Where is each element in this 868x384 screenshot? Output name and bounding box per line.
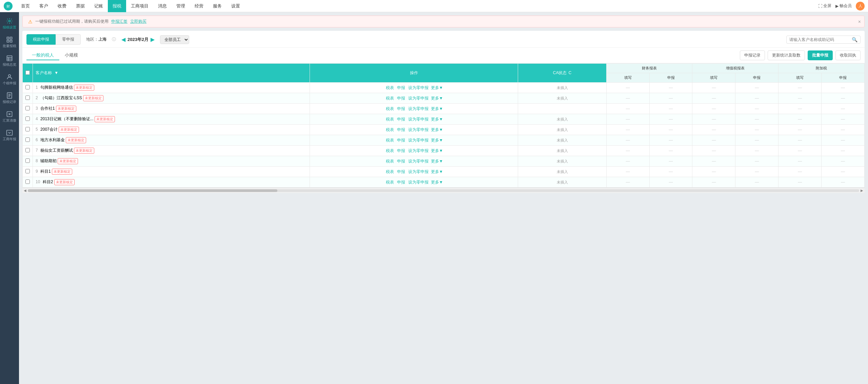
- row-op-shuibiao-4[interactable]: 税表: [386, 127, 394, 132]
- horizontal-scrollbar[interactable]: ◀ ▶: [22, 188, 865, 193]
- row-op-shenbao-6[interactable]: 申报: [397, 148, 405, 153]
- sidebar-item-biz-report[interactable]: 工商年报: [1, 127, 18, 144]
- date-display: 2023年2月: [127, 37, 149, 43]
- row-op-more-6[interactable]: 更多▼: [431, 148, 443, 153]
- row-op-more-3[interactable]: 更多▼: [431, 117, 443, 122]
- nav-client[interactable]: 客户: [35, 0, 53, 12]
- nav-fee[interactable]: 收费: [53, 0, 71, 12]
- nav-service[interactable]: 服务: [208, 0, 226, 12]
- row-op-zero-0[interactable]: 设为零申报: [408, 85, 429, 90]
- date-prev-button[interactable]: ◀: [121, 36, 125, 43]
- sidebar-item-personal-tax[interactable]: 个税申报: [1, 71, 18, 88]
- row-name-6: 杨仙女工资薪酬试: [40, 148, 73, 153]
- row-op-more-8[interactable]: 更多▼: [431, 169, 443, 174]
- row-checkbox-3[interactable]: [25, 116, 30, 121]
- row-op-shuibiao-7[interactable]: 税表: [386, 159, 394, 164]
- row-op-shuibiao-6[interactable]: 税表: [386, 148, 394, 153]
- row-op-shenbao-0[interactable]: 申报: [397, 85, 405, 90]
- row-op-more-9[interactable]: 更多▼: [431, 180, 443, 185]
- date-next-button[interactable]: ▶: [151, 36, 155, 43]
- sidebar-item-tax-overview[interactable]: 报税总览: [1, 52, 18, 69]
- nav-operate[interactable]: 经营: [190, 0, 208, 12]
- row-c5-8: —: [778, 167, 822, 177]
- search-icon[interactable]: 🔍: [852, 37, 857, 42]
- row-op-more-7[interactable]: 更多▼: [431, 159, 443, 164]
- row-op-zero-6[interactable]: 设为零申报: [408, 148, 429, 153]
- svg-rect-4: [10, 37, 12, 39]
- scroll-track[interactable]: [28, 189, 859, 192]
- nav-manage[interactable]: 管理: [172, 0, 190, 12]
- banner-link-buy[interactable]: 立即购买: [130, 19, 146, 24]
- row-op-zero-7[interactable]: 设为零申报: [408, 159, 429, 164]
- nav-settings[interactable]: 设置: [226, 0, 245, 12]
- row-checkbox-7[interactable]: [25, 158, 30, 163]
- scroll-right-arrow[interactable]: ▶: [861, 189, 863, 192]
- nav-invoice[interactable]: 票据: [71, 0, 90, 12]
- staff-select[interactable]: 全部员工: [160, 35, 189, 44]
- row-op-shuibiao-8[interactable]: 税表: [386, 169, 394, 174]
- type-tab-general[interactable]: 一般的税人: [26, 51, 59, 60]
- sidebar-item-tax-records[interactable]: 报税记录: [1, 89, 18, 107]
- row-op-more-5[interactable]: 更多▼: [431, 138, 443, 143]
- nav-tax[interactable]: 报税: [108, 0, 126, 12]
- row-op-shenbao-5[interactable]: 申报: [397, 138, 405, 143]
- update-stats-button[interactable]: 更新统计及取数: [768, 50, 805, 60]
- row-op-zero-3[interactable]: 设为零申报: [408, 117, 429, 122]
- sidebar-item-tax-settings[interactable]: 报税设置: [1, 15, 18, 32]
- row-op-zero-8[interactable]: 设为零申报: [408, 169, 429, 174]
- type-tab-small[interactable]: 小规模: [59, 51, 83, 60]
- row-op-zero-2[interactable]: 设为零申报: [408, 106, 429, 111]
- scroll-left-arrow[interactable]: ◀: [24, 189, 26, 192]
- row-checkbox-0[interactable]: [25, 85, 30, 89]
- banner-close-button[interactable]: ×: [858, 19, 861, 24]
- row-op-shenbao-8[interactable]: 申报: [397, 169, 405, 174]
- row-op-zero-4[interactable]: 设为零申报: [408, 127, 429, 132]
- row-op-more-4[interactable]: 更多▼: [431, 127, 443, 132]
- nav-home[interactable]: 首页: [16, 0, 35, 12]
- row-checkbox-8[interactable]: [25, 169, 30, 173]
- row-op-more-1[interactable]: 更多▼: [431, 96, 443, 101]
- row-op-shuibiao-2[interactable]: 税表: [386, 106, 394, 111]
- row-op-shenbao-1[interactable]: 申报: [397, 96, 405, 101]
- banner-link-report[interactable]: 申报汇签: [111, 19, 127, 24]
- row-op-shenbao-2[interactable]: 申报: [397, 106, 405, 111]
- select-all-checkbox[interactable]: [25, 70, 30, 75]
- apply-records-button[interactable]: 申报记录: [740, 50, 765, 60]
- row-checkbox-4[interactable]: [25, 127, 30, 131]
- row-op-shenbao-4[interactable]: 申报: [397, 127, 405, 132]
- row-op-shuibiao-0[interactable]: 税表: [386, 85, 394, 90]
- row-op-shenbao-7[interactable]: 申报: [397, 159, 405, 164]
- row-op-zero-1[interactable]: 设为零申报: [408, 96, 429, 101]
- sidebar-label-batch-tax: 批量报税: [3, 44, 16, 48]
- fullscreen-button[interactable]: ⛶ 全屏: [818, 3, 831, 9]
- nav-biz[interactable]: 工商项目: [126, 0, 153, 12]
- avatar[interactable]: 人: [856, 2, 865, 10]
- row-checkbox-9[interactable]: [25, 179, 30, 184]
- row-checkbox-6[interactable]: [25, 148, 30, 152]
- sidebar-item-calc-clear[interactable]: 汇算清缴: [1, 108, 18, 125]
- batch-apply-button[interactable]: 批量申报: [808, 50, 833, 60]
- row-op-zero-9[interactable]: 设为零申报: [408, 180, 429, 185]
- sidebar-item-batch-tax[interactable]: 批量报税: [1, 34, 18, 51]
- row-op-more-2[interactable]: 更多▼: [431, 106, 443, 111]
- search-input[interactable]: [789, 37, 850, 42]
- row-op-shuibiao-9[interactable]: 税表: [386, 180, 394, 185]
- row-op-more-0[interactable]: 更多▼: [431, 85, 443, 90]
- nav-bookkeeping[interactable]: 记账: [90, 0, 108, 12]
- row-checkbox-1[interactable]: [25, 95, 30, 100]
- tab-tax-apply[interactable]: 税款申报: [26, 34, 56, 45]
- row-op-shuibiao-5[interactable]: 税表: [386, 138, 394, 143]
- sort-icon[interactable]: ▼: [54, 70, 58, 75]
- scroll-thumb[interactable]: [28, 189, 277, 192]
- row-op-shuibiao-1[interactable]: 税表: [386, 96, 394, 101]
- row-op-shuibiao-3[interactable]: 税表: [386, 117, 394, 122]
- get-receipt-button[interactable]: 收取回执: [835, 50, 861, 60]
- row-checkbox-2[interactable]: [25, 106, 30, 110]
- row-op-shenbao-9[interactable]: 申报: [397, 180, 405, 185]
- row-op-shenbao-3[interactable]: 申报: [397, 117, 405, 122]
- row-op-zero-5[interactable]: 设为零申报: [408, 138, 429, 143]
- tab-zero-apply[interactable]: 零申报: [56, 34, 81, 45]
- row-checkbox-5[interactable]: [25, 137, 30, 142]
- vip-button[interactable]: ▶ 畅会员: [835, 3, 852, 9]
- nav-message[interactable]: 消息: [153, 0, 172, 12]
